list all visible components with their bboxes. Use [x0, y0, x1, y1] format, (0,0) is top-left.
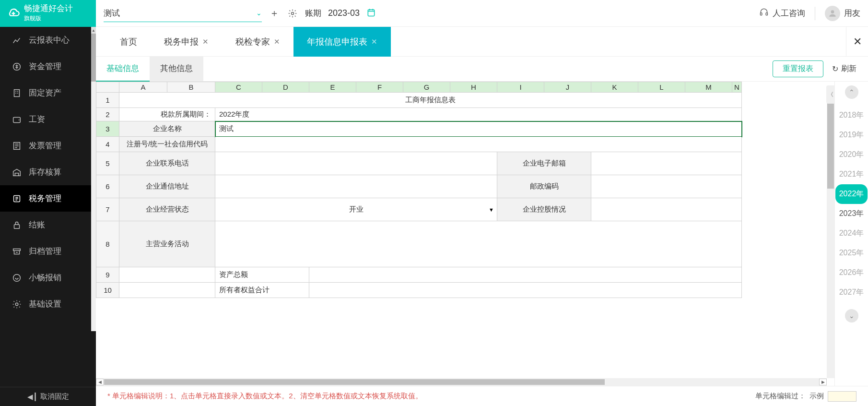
- year-item[interactable]: 2018年: [835, 106, 868, 125]
- row-header[interactable]: 1: [96, 93, 119, 108]
- sub-tab-basic[interactable]: 基础信息: [96, 57, 150, 82]
- cell-company-name[interactable]: 测试: [215, 121, 742, 137]
- horizontal-scrollbar[interactable]: ◀ ▶: [96, 378, 827, 386]
- scroll-up-icon[interactable]: ▲: [91, 27, 96, 34]
- cell-email[interactable]: [591, 152, 742, 175]
- close-icon[interactable]: ✕: [371, 37, 377, 46]
- sidebar-scrollbar[interactable]: ▲: [91, 27, 96, 331]
- sidebar-item-funds[interactable]: 资金管理: [0, 53, 96, 80]
- cell-label-email[interactable]: 企业电子邮箱: [497, 152, 591, 175]
- sub-tab-other[interactable]: 其他信息: [150, 57, 203, 82]
- row-header[interactable]: 6: [96, 175, 119, 198]
- cell-label-holding[interactable]: 企业控股情况: [497, 198, 591, 221]
- sidebar-item-closing[interactable]: 结账: [0, 212, 96, 238]
- cell-label-mainbiz[interactable]: 主营业务活动: [119, 221, 215, 267]
- year-collapse-up-icon[interactable]: ⌃: [845, 85, 858, 99]
- reset-report-button[interactable]: 重置报表: [773, 60, 823, 77]
- col-header[interactable]: E: [309, 82, 356, 93]
- sidebar-item-tax[interactable]: 税务管理: [0, 185, 96, 212]
- calendar-icon[interactable]: [366, 8, 376, 19]
- col-header[interactable]: B: [167, 82, 215, 93]
- year-item[interactable]: 2026年: [835, 263, 868, 283]
- support-button[interactable]: 人工咨询: [759, 7, 805, 19]
- year-item[interactable]: 2021年: [835, 165, 868, 184]
- cell-label-phone[interactable]: 企业联系电话: [119, 152, 215, 175]
- cell-blank[interactable]: [119, 267, 215, 283]
- brand-logo[interactable]: 畅捷通好会计 旗舰版: [0, 0, 96, 27]
- cell-assets[interactable]: [309, 267, 742, 283]
- sidebar-item-fixed-assets[interactable]: 固定资产: [0, 80, 96, 106]
- cell-label-company[interactable]: 企业名称: [119, 121, 215, 137]
- sidebar-item-invoice[interactable]: 发票管理: [0, 132, 96, 159]
- close-icon[interactable]: ✕: [202, 37, 209, 46]
- col-header[interactable]: C: [215, 82, 262, 93]
- row-header[interactable]: 2: [96, 108, 119, 121]
- col-header[interactable]: D: [262, 82, 309, 93]
- cell-holding[interactable]: [591, 198, 742, 221]
- refresh-button[interactable]: ↻ 刷新: [832, 64, 856, 74]
- collapse-panel-icon[interactable]: 《: [826, 85, 835, 104]
- col-header[interactable]: M: [685, 82, 732, 93]
- scroll-thumb[interactable]: [104, 379, 605, 385]
- sidebar-item-archive[interactable]: 归档管理: [0, 238, 96, 264]
- sidebar-item-report-center[interactable]: 云报表中心: [0, 27, 96, 53]
- row-header[interactable]: 10: [96, 283, 119, 298]
- col-header[interactable]: G: [403, 82, 450, 93]
- sidebar-item-inventory[interactable]: 库存核算: [0, 159, 96, 185]
- col-header[interactable]: J: [544, 82, 591, 93]
- cell-label-equity[interactable]: 所有者权益合计: [215, 283, 309, 298]
- tab-annual-report[interactable]: 年报信息申报表✕: [293, 27, 391, 57]
- scroll-thumb[interactable]: [91, 34, 96, 82]
- cell-regcode[interactable]: [215, 137, 742, 152]
- close-icon[interactable]: ✕: [274, 37, 280, 46]
- year-item[interactable]: 2024年: [835, 224, 868, 243]
- tab-home[interactable]: 首页: [106, 27, 151, 57]
- cell-mainbiz[interactable]: [215, 221, 742, 267]
- year-collapse-down-icon[interactable]: ⌄: [845, 309, 858, 322]
- cell-label-postcode[interactable]: 邮政编码: [497, 175, 591, 198]
- cell-label-address[interactable]: 企业通信地址: [119, 175, 215, 198]
- tab-tax-expert[interactable]: 税检专家✕: [222, 27, 293, 57]
- col-header[interactable]: A: [119, 82, 167, 93]
- close-all-tabs-button[interactable]: ✕: [846, 27, 868, 57]
- row-header[interactable]: 9: [96, 267, 119, 283]
- scroll-thumb[interactable]: [827, 93, 834, 189]
- sheet-corner[interactable]: [96, 82, 119, 93]
- row-header[interactable]: 4: [96, 137, 119, 152]
- tab-tax-declare[interactable]: 税务申报✕: [151, 27, 222, 57]
- cell-blank[interactable]: [119, 283, 215, 298]
- scroll-left-icon[interactable]: ◀: [96, 379, 104, 385]
- col-header[interactable]: K: [591, 82, 638, 93]
- row-header[interactable]: 7: [96, 198, 119, 221]
- sidebar-item-salary[interactable]: 工资: [0, 106, 96, 132]
- cell-equity[interactable]: [309, 283, 742, 298]
- cell-phone[interactable]: [215, 152, 497, 175]
- cell-address[interactable]: [215, 175, 497, 198]
- cell-label-assets[interactable]: 资产总额: [215, 267, 309, 283]
- spreadsheet[interactable]: A B C D E F G H I J K L M N: [96, 82, 834, 386]
- col-header[interactable]: L: [638, 82, 685, 93]
- sidebar-item-expense[interactable]: 小畅报销: [0, 264, 96, 291]
- year-item[interactable]: 2022年: [835, 184, 868, 204]
- sheet-title[interactable]: 工商年报信息表: [119, 93, 742, 108]
- col-header[interactable]: N: [732, 82, 742, 93]
- cell-status-dropdown[interactable]: 开业▼: [215, 198, 497, 221]
- cell-period-label[interactable]: 税款所属期间：: [119, 108, 215, 121]
- col-header[interactable]: H: [450, 82, 497, 93]
- row-header[interactable]: 3: [96, 121, 119, 137]
- year-item[interactable]: 2025年: [835, 243, 868, 263]
- year-item[interactable]: 2027年: [835, 283, 868, 302]
- cell-label-status[interactable]: 企业经营状态: [119, 198, 215, 221]
- row-header[interactable]: 8: [96, 221, 119, 267]
- cell-period-value[interactable]: 2022年度: [215, 108, 742, 121]
- col-header[interactable]: F: [356, 82, 403, 93]
- sidebar-item-settings[interactable]: 基础设置: [0, 291, 96, 317]
- cell-postcode[interactable]: [591, 175, 742, 198]
- settings-button[interactable]: [287, 8, 298, 19]
- sidebar-unpin-button[interactable]: ◀┃ 取消固定: [0, 387, 96, 406]
- add-company-button[interactable]: ＋: [269, 8, 280, 19]
- col-header[interactable]: I: [497, 82, 544, 93]
- user-menu[interactable]: 用友: [825, 6, 860, 21]
- vertical-scrollbar[interactable]: [827, 92, 834, 378]
- cell-label-regcode[interactable]: 注册号/统一社会信用代码: [119, 137, 215, 152]
